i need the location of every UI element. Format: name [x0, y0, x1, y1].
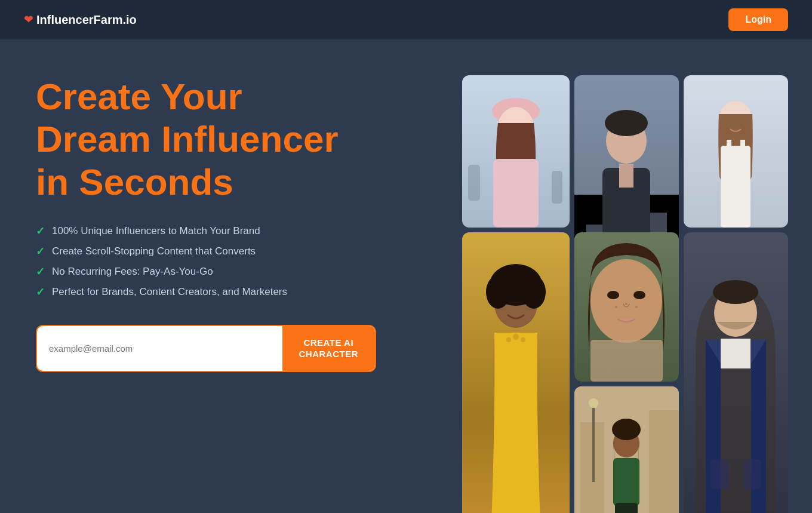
feature-item-1: ✓ 100% Unique Influencers to Match Your … — [36, 225, 430, 238]
svg-rect-4 — [552, 171, 562, 204]
svg-rect-14 — [727, 140, 731, 152]
svg-point-24 — [607, 291, 619, 299]
svg-rect-42 — [613, 458, 639, 506]
svg-rect-32 — [721, 339, 751, 368]
svg-point-21 — [506, 337, 511, 342]
login-button[interactable]: Login — [728, 8, 788, 31]
svg-point-41 — [612, 419, 641, 440]
image-man-blue-suit — [684, 232, 788, 513]
email-input[interactable] — [37, 326, 282, 371]
features-list: ✓ 100% Unique Influencers to Match Your … — [36, 225, 430, 299]
svg-point-39 — [589, 398, 598, 408]
feature-item-4: ✓ Perfect for Brands, Content Creators, … — [36, 285, 430, 299]
svg-rect-34 — [743, 459, 761, 489]
svg-point-9 — [605, 110, 648, 136]
image-woman-white-dress — [684, 75, 788, 228]
svg-rect-2 — [493, 159, 539, 228]
svg-rect-15 — [740, 140, 745, 152]
feature-item-3: ✓ No Recurring Fees: Pay-As-You-Go — [36, 265, 430, 278]
image-woman-yellow-dress — [462, 232, 570, 513]
brand-logo: ❤ InfluencerFarm.io — [24, 13, 137, 27]
svg-point-22 — [521, 337, 525, 342]
svg-rect-11 — [619, 164, 633, 188]
svg-point-31 — [713, 280, 758, 304]
svg-rect-38 — [592, 404, 595, 482]
svg-point-27 — [635, 306, 638, 308]
image-woman-close-up — [574, 232, 679, 382]
svg-point-28 — [625, 303, 628, 305]
check-icon-3: ✓ — [36, 265, 45, 278]
svg-rect-37 — [649, 410, 679, 513]
check-icon-4: ✓ — [36, 285, 45, 299]
svg-point-23 — [590, 259, 662, 343]
svg-rect-13 — [721, 146, 751, 228]
hero-title: Create Your Dream Influencer in Seconds — [36, 75, 430, 203]
svg-rect-43 — [615, 503, 638, 513]
image-grid — [442, 75, 788, 513]
svg-rect-29 — [590, 340, 663, 382]
hero-section: Create Your Dream Influencer in Seconds … — [36, 75, 430, 513]
brand-name: InfluencerFarm.io — [36, 13, 137, 27]
svg-point-19 — [522, 275, 546, 309]
svg-rect-33 — [710, 459, 728, 489]
svg-point-26 — [615, 306, 617, 308]
image-woman-street — [574, 386, 679, 513]
navbar: ❤ InfluencerFarm.io Login — [0, 0, 812, 39]
heart-icon: ❤ — [24, 13, 33, 26]
feature-item-2: ✓ Create Scroll-Stopping Content that Co… — [36, 245, 430, 258]
email-form: CREATE AI CHARACTER — [36, 325, 376, 372]
svg-rect-3 — [468, 165, 480, 201]
create-ai-button[interactable]: CREATE AI CHARACTER — [282, 326, 376, 371]
svg-point-25 — [633, 291, 645, 299]
check-icon-1: ✓ — [36, 225, 45, 238]
svg-point-18 — [486, 275, 510, 309]
image-woman-pink-coat — [462, 75, 570, 228]
svg-point-20 — [513, 334, 519, 340]
check-icon-2: ✓ — [36, 245, 45, 258]
